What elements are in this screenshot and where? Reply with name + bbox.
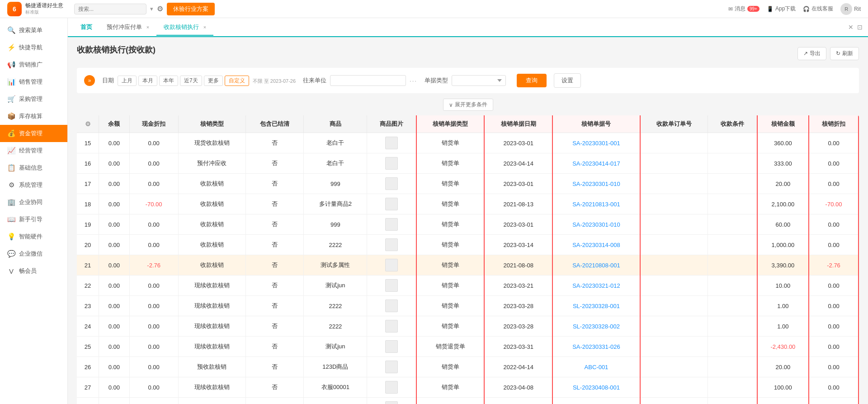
- date-btn-more[interactable]: 更多: [204, 76, 223, 86]
- cell-verify-no[interactable]: SA-20230301-010: [552, 214, 640, 235]
- sidebar-item-inventory[interactable]: 📦 库存核算: [0, 108, 67, 125]
- cell-verify-doc-type: 销货单: [416, 235, 485, 255]
- cell-verify-no[interactable]: SL-20230418-001: [552, 398, 640, 404]
- table-row: 21 0.00 -2.76 收款核销 否 测试多属性 销货单 2021-08-0…: [77, 255, 859, 276]
- user-avatar[interactable]: R Rit: [840, 3, 861, 15]
- filter-settings-button[interactable]: 设置: [554, 73, 581, 88]
- cell-verify-no[interactable]: SL-20230328-002: [552, 316, 640, 337]
- verify-no-link[interactable]: SA-20230301-010: [572, 181, 620, 187]
- verify-no-link[interactable]: SA-20230331-026: [572, 343, 620, 350]
- query-button[interactable]: 查询: [517, 74, 547, 87]
- cell-verify-discount: 0.00: [809, 276, 859, 296]
- sidebar-item-hardware[interactable]: 💡 智能硬件: [0, 228, 67, 245]
- tab-close-receipt-verify[interactable]: ×: [203, 24, 206, 30]
- headset-icon: 🎧: [803, 6, 810, 12]
- cell-balance: 0.00: [99, 316, 129, 337]
- sidebar-item-member[interactable]: V 畅会员: [0, 262, 67, 280]
- cell-verify-no[interactable]: SA-20210813-001: [552, 194, 640, 214]
- cell-verify-no[interactable]: SA-20230314-008: [552, 235, 640, 255]
- sidebar-item-guide[interactable]: 📖 新手引导: [0, 211, 67, 228]
- sidebar-item-sales[interactable]: 📊 销售管理: [0, 73, 67, 90]
- cell-verify-no[interactable]: SL-20230328-001: [552, 296, 640, 316]
- verify-no-link[interactable]: SA-20230301-010: [572, 221, 620, 228]
- main-layout: 🔍 搜索菜单 ⚡ 快捷导航 📢 营销推广 📊 销售管理 🛒 采购管理 📦 库存核…: [0, 18, 868, 404]
- cell-goods: 123D商品: [304, 357, 367, 377]
- tab-prepaid[interactable]: 预付冲应付单 ×: [99, 19, 156, 35]
- cell-verify-amount: -2,430.00: [757, 337, 809, 357]
- enterprise-icon: 🏢: [7, 198, 15, 206]
- cell-verify-no[interactable]: SA-20230331-026: [552, 337, 640, 357]
- sidebar-item-search[interactable]: 🔍 搜索菜单: [0, 22, 67, 39]
- date-btn-7days[interactable]: 近7天: [180, 76, 202, 86]
- cell-verify-no[interactable]: SA-20230301-010: [552, 174, 640, 194]
- cell-verify-doc-type: 销货单: [416, 133, 485, 153]
- cell-verify-no[interactable]: SA-20210808-001: [552, 255, 640, 276]
- sidebar-item-finance[interactable]: 💰 资金管理: [0, 125, 67, 142]
- system-icon: ⚙: [7, 181, 15, 189]
- sidebar-item-system[interactable]: ⚙ 系统管理: [0, 176, 67, 194]
- verify-no-link[interactable]: SL-20230408-001: [573, 384, 620, 391]
- doc-type-label: 单据类型: [425, 76, 448, 85]
- sidebar-label-business: 经营管理: [19, 147, 42, 155]
- table-settings-icon[interactable]: ⚙: [85, 120, 91, 128]
- sidebar-label-system: 系统管理: [19, 181, 42, 189]
- expand-conditions-button[interactable]: ∨ 展开更多条件: [443, 99, 493, 111]
- sidebar-item-enterprise[interactable]: 🏢 企业协同: [0, 194, 67, 211]
- cell-receipt-order-no: [640, 276, 708, 296]
- online-service-btn[interactable]: 🎧 在线客服: [803, 5, 833, 13]
- sidebar-item-marketing[interactable]: 📢 营销推广: [0, 56, 67, 73]
- verify-no-link[interactable]: ABC-001: [585, 364, 609, 371]
- sidebar-label-wechat: 企业微信: [19, 250, 42, 258]
- date-btn-custom[interactable]: 自定义: [225, 76, 249, 86]
- refresh-button[interactable]: ↻ 刷新: [830, 47, 859, 60]
- counterpart-input[interactable]: [330, 75, 406, 86]
- cell-verify-no[interactable]: SA-20230414-017: [552, 153, 640, 174]
- sidebar-item-base-info[interactable]: 📋 基础信息: [0, 159, 67, 176]
- close-window-btn[interactable]: ✕: [848, 24, 854, 31]
- cell-idx: 19: [77, 214, 99, 235]
- doc-type-select[interactable]: [452, 75, 506, 86]
- settings-icon[interactable]: ⚙: [157, 5, 163, 13]
- tab-home[interactable]: 首页: [73, 19, 99, 35]
- cell-goods-image: [367, 337, 416, 357]
- verify-no-link[interactable]: SA-20210808-001: [572, 262, 620, 269]
- cell-receipt-cond: [708, 194, 757, 214]
- industry-solution-button[interactable]: 休验行业方案: [167, 3, 215, 15]
- goods-image-thumb: [385, 259, 398, 271]
- date-btn-this-year[interactable]: 本年: [159, 76, 178, 86]
- date-btn-last-month[interactable]: 上月: [118, 76, 137, 86]
- date-btn-this-month[interactable]: 本月: [138, 76, 157, 86]
- col-header-idx[interactable]: ⚙: [77, 115, 99, 133]
- verify-no-link[interactable]: SL-20230328-002: [573, 323, 620, 330]
- date-range-display: 不限 至 2023-07-26: [253, 78, 296, 85]
- expand-filter-button[interactable]: »: [84, 75, 95, 86]
- cell-verify-no[interactable]: SA-20230301-001: [552, 133, 640, 153]
- verify-no-link[interactable]: SA-20230321-012: [572, 282, 620, 289]
- sidebar-item-purchase[interactable]: 🛒 采购管理: [0, 90, 67, 108]
- cell-verify-doc-type: 销货单: [416, 194, 485, 214]
- tab-close-prepaid[interactable]: ×: [146, 24, 149, 30]
- sidebar-item-wechat[interactable]: 💬 企业微信: [0, 245, 67, 262]
- cell-verify-type: 现续收款核销: [178, 316, 245, 337]
- cell-verify-no[interactable]: SL-20230408-001: [552, 377, 640, 398]
- tab-receipt-verify[interactable]: 收款核销执行 ×: [156, 19, 213, 36]
- verify-no-link[interactable]: SA-20230414-017: [572, 160, 620, 167]
- message-btn[interactable]: ✉ 消息 99+: [728, 5, 760, 13]
- export-button[interactable]: ↗ 导出: [797, 47, 826, 60]
- cell-verify-no[interactable]: SA-20230321-012: [552, 276, 640, 296]
- maximize-window-btn[interactable]: ⊡: [857, 24, 863, 31]
- sidebar-item-business[interactable]: 📈 经营管理: [0, 142, 67, 159]
- sidebar-item-quick-nav[interactable]: ⚡ 快捷导航: [0, 39, 67, 56]
- cell-verify-date: 2023-03-01: [484, 214, 552, 235]
- dropdown-arrow-icon[interactable]: ▾: [150, 5, 153, 12]
- cell-verify-no[interactable]: ABC-001: [552, 357, 640, 377]
- verify-no-link[interactable]: SL-20230328-001: [573, 303, 620, 309]
- top-search-input[interactable]: [74, 4, 146, 14]
- app-download-btn[interactable]: 📱 App下载: [767, 5, 796, 13]
- hardware-icon: 💡: [7, 233, 15, 241]
- verify-no-link[interactable]: SA-20210813-001: [572, 201, 620, 208]
- verify-no-link[interactable]: SA-20230314-008: [572, 242, 620, 248]
- cell-verify-type: 现续收款核销: [178, 296, 245, 316]
- cell-verify-discount: 0.00: [809, 153, 859, 174]
- verify-no-link[interactable]: SA-20230301-001: [572, 140, 620, 147]
